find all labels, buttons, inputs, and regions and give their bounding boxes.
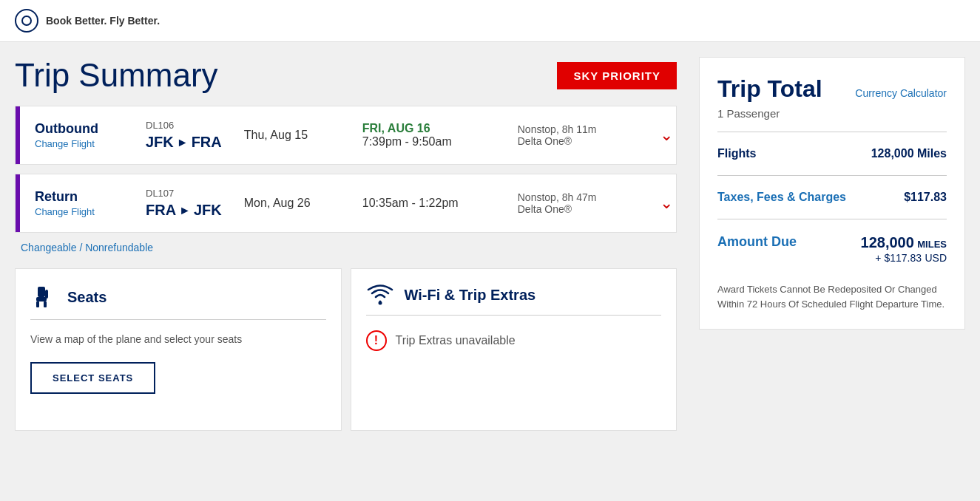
flights-value: 128,000 Miles bbox=[871, 147, 947, 160]
outbound-flight-info: DL106 JFK ► FRA bbox=[146, 120, 222, 151]
passenger-count: 1 Passenger bbox=[717, 107, 947, 120]
outbound-route: JFK ► FRA bbox=[146, 134, 222, 151]
return-time-range: 10:35am - 1:22pm bbox=[362, 197, 496, 210]
return-details-col: Nonstop, 8h 47m Delta One® bbox=[518, 191, 636, 215]
amount-due-usd: + $117.83 bbox=[875, 252, 922, 264]
seat-icon bbox=[30, 284, 57, 310]
taxes-label[interactable]: Taxes, Fees & Charges bbox=[717, 191, 846, 204]
svg-rect-0 bbox=[38, 287, 45, 297]
outbound-change-flight-link[interactable]: Change Flight bbox=[35, 138, 95, 149]
seats-card: Seats View a map of the plane and select… bbox=[15, 268, 342, 431]
extras-card-divider bbox=[366, 315, 662, 316]
exclamation-icon: ! bbox=[366, 330, 387, 351]
outbound-route-arrow: ► bbox=[177, 136, 189, 149]
flights-cost-row: Flights 128,000 Miles bbox=[717, 140, 947, 168]
outbound-to: FRA bbox=[192, 134, 222, 151]
trip-total-title: Trip Total bbox=[717, 75, 822, 103]
currency-calculator-link[interactable]: Currency Calculator bbox=[855, 87, 947, 99]
seats-card-header: Seats bbox=[30, 284, 326, 310]
outbound-flight-number: DL106 bbox=[146, 120, 222, 131]
seats-card-title: Seats bbox=[67, 289, 107, 306]
left-panel: Trip Summary SKY PRIORITY Outbound Chang… bbox=[15, 57, 677, 431]
amount-due-miles-unit: MILES bbox=[917, 239, 947, 250]
seats-card-divider bbox=[30, 319, 326, 320]
award-notice: Award Tickets Cannot Be Redeposited Or C… bbox=[717, 282, 947, 311]
return-route-arrow: ► bbox=[179, 204, 191, 217]
svg-point-5 bbox=[378, 301, 382, 305]
taxes-cost-row: Taxes, Fees & Charges $117.83 bbox=[717, 183, 947, 211]
svg-rect-4 bbox=[45, 290, 48, 299]
return-to: JFK bbox=[194, 202, 222, 219]
amount-due-usd-row: + $117.83 USD bbox=[861, 251, 947, 265]
amount-due-usd-unit: USD bbox=[925, 252, 947, 264]
outbound-time-range: 7:39pm - 9:50am bbox=[362, 135, 496, 149]
amount-due-label: Amount Due bbox=[717, 234, 797, 250]
outbound-direction: Outbound bbox=[35, 121, 124, 137]
trip-extras-unavail-row: ! Trip Extras unavailable bbox=[366, 330, 662, 351]
outbound-card-body: Outbound Change Flight DL106 JFK ► FRA T… bbox=[20, 106, 651, 164]
return-card-body: Return Change Flight DL107 FRA ► JFK Mon… bbox=[20, 174, 651, 232]
taxes-value: $117.83 bbox=[904, 191, 947, 204]
return-flight-card: Return Change Flight DL107 FRA ► JFK Mon… bbox=[15, 174, 677, 233]
amount-due-miles: 128,000 bbox=[861, 234, 914, 250]
return-nonstop: Nonstop, 8h 47m bbox=[518, 191, 636, 203]
title-row: Trip Summary SKY PRIORITY bbox=[15, 57, 677, 94]
amount-due-values: 128,000 MILES + $117.83 USD bbox=[861, 234, 947, 265]
return-flight-number: DL107 bbox=[146, 188, 222, 199]
return-date: Mon, Aug 26 bbox=[244, 197, 340, 210]
amount-due-row: Amount Due 128,000 MILES + $117.83 USD bbox=[717, 227, 947, 272]
wifi-icon bbox=[366, 284, 394, 306]
right-panel: Trip Total Currency Calculator 1 Passeng… bbox=[699, 57, 965, 330]
svg-rect-1 bbox=[36, 297, 47, 301]
trip-total-header: Trip Total Currency Calculator bbox=[717, 75, 947, 103]
return-flight-info: DL107 FRA ► JFK bbox=[146, 188, 222, 219]
trip-total-card: Trip Total Currency Calculator 1 Passeng… bbox=[699, 57, 965, 330]
amount-due-miles-row: 128,000 MILES bbox=[861, 234, 947, 251]
outbound-date: Thu, Aug 15 bbox=[244, 129, 340, 142]
seats-card-description: View a map of the plane and select your … bbox=[30, 332, 326, 347]
extras-card-title: Wi-Fi & Trip Extras bbox=[405, 287, 536, 304]
main-layout: Trip Summary SKY PRIORITY Outbound Chang… bbox=[0, 42, 980, 446]
return-direction: Return bbox=[35, 189, 124, 205]
page-title: Trip Summary bbox=[15, 57, 218, 94]
return-change-flight-link[interactable]: Change Flight bbox=[35, 206, 95, 217]
taxes-divider bbox=[717, 175, 947, 176]
flights-label: Flights bbox=[717, 147, 756, 160]
outbound-date-highlight: FRI, AUG 16 bbox=[362, 122, 496, 135]
extras-card-header: Wi-Fi & Trip Extras bbox=[366, 284, 662, 306]
outbound-chevron-button[interactable]: ⌄ bbox=[651, 106, 682, 164]
return-class: Delta One® bbox=[518, 203, 636, 215]
page-container: Book Better. Fly Better. Trip Summary SK… bbox=[0, 0, 980, 446]
header: Book Better. Fly Better. bbox=[0, 0, 980, 42]
return-chevron-button[interactable]: ⌄ bbox=[651, 174, 682, 232]
changeable-notice: Changeable / Nonrefundable bbox=[21, 242, 677, 253]
outbound-flight-card: Outbound Change Flight DL106 JFK ► FRA T… bbox=[15, 106, 677, 165]
return-from: FRA bbox=[146, 202, 176, 219]
sky-priority-badge: SKY PRIORITY bbox=[557, 62, 677, 89]
return-label-col: Return Change Flight bbox=[35, 189, 124, 218]
outbound-details-col: Nonstop, 8h 11m Delta One® bbox=[518, 123, 636, 147]
logo-icon bbox=[15, 9, 38, 33]
outbound-class: Delta One® bbox=[518, 135, 636, 147]
outbound-label-col: Outbound Change Flight bbox=[35, 121, 124, 150]
trip-extras-text: Trip Extras unavailable bbox=[396, 334, 516, 347]
bottom-cards: Seats View a map of the plane and select… bbox=[15, 268, 677, 431]
return-time-col: 10:35am - 1:22pm bbox=[362, 197, 496, 210]
extras-card: Wi-Fi & Trip Extras ! Trip Extras unavai… bbox=[351, 268, 677, 431]
select-seats-button[interactable]: SELECT SEATS bbox=[30, 362, 155, 394]
outbound-nonstop: Nonstop, 8h 11m bbox=[518, 123, 636, 135]
outbound-from: JFK bbox=[146, 134, 174, 151]
svg-rect-2 bbox=[36, 301, 39, 307]
return-route: FRA ► JFK bbox=[146, 202, 222, 219]
amount-due-divider bbox=[717, 219, 947, 219]
outbound-time-col: FRI, AUG 16 7:39pm - 9:50am bbox=[362, 122, 496, 149]
svg-rect-3 bbox=[44, 301, 47, 307]
flights-divider bbox=[717, 132, 947, 132]
logo-text: Book Better. Fly Better. bbox=[46, 15, 160, 27]
